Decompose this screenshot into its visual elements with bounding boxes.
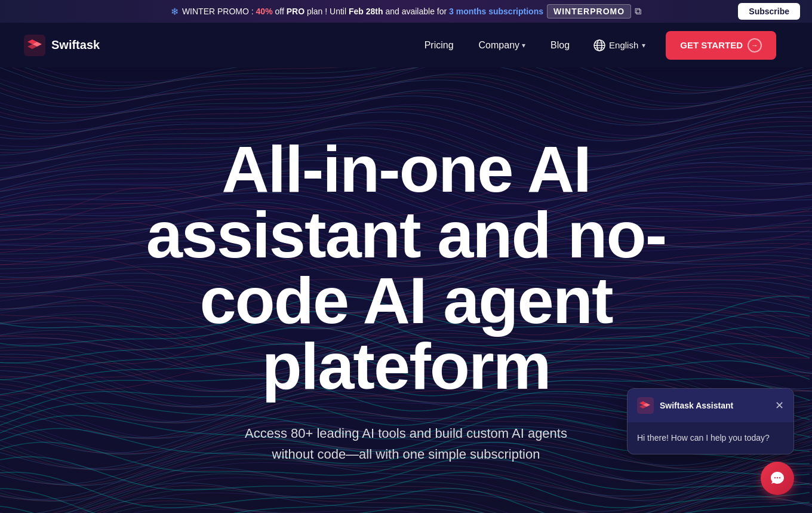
chat-popup: Swiftask Assistant ✕ Hi there! How can I… xyxy=(627,388,794,454)
language-selector[interactable]: English ▾ xyxy=(585,35,654,56)
language-chevron-icon: ▾ xyxy=(642,41,645,50)
copy-icon[interactable]: ⧉ xyxy=(635,6,641,17)
navbar: Swiftask Pricing Company ▾ Blog English … xyxy=(0,23,812,67)
chat-assistant-name: Swiftask Assistant xyxy=(660,401,733,410)
logo-text: Swiftask xyxy=(51,38,100,52)
hero-content: All-in-one AI assistant and no- code AI … xyxy=(146,136,666,465)
chat-widget: Swiftask Assistant ✕ Hi there! How can I… xyxy=(627,388,794,495)
snowflake-icon: ❄ xyxy=(171,6,179,17)
chat-popup-title-area: Swiftask Assistant xyxy=(637,397,733,414)
arrow-circle-icon: → xyxy=(748,38,762,53)
svg-point-8 xyxy=(777,477,778,478)
hero-title: All-in-one AI assistant and no- code AI … xyxy=(146,136,666,399)
announcement-text: WINTER PROMO : 40% off PRO plan ! Until … xyxy=(182,7,543,16)
chat-logo-icon xyxy=(637,397,654,414)
chat-popup-header: Swiftask Assistant ✕ xyxy=(628,389,793,422)
announcement-bar: ❄ WINTER PROMO : 40% off PRO plan ! Unti… xyxy=(0,0,812,23)
company-chevron-icon: ▾ xyxy=(522,41,525,50)
language-label: English xyxy=(609,40,638,50)
chat-bubble-icon xyxy=(770,471,785,486)
chat-fab-button[interactable] xyxy=(761,462,794,495)
svg-point-9 xyxy=(779,477,780,478)
nav-company[interactable]: Company ▾ xyxy=(469,35,535,56)
chat-greeting-message: Hi there! How can I help you today? xyxy=(637,432,784,444)
chat-close-button[interactable]: ✕ xyxy=(775,400,784,411)
nav-links: Pricing Company ▾ Blog English ▾ GET STA… xyxy=(415,31,776,60)
svg-point-7 xyxy=(774,477,776,478)
hero-subtitle: Access 80+ leading AI tools and build cu… xyxy=(227,423,585,465)
subscribe-button[interactable]: Subscribe xyxy=(738,3,800,20)
logo-icon xyxy=(24,35,45,56)
chat-popup-body: Hi there! How can I help you today? xyxy=(628,422,793,454)
get-started-button[interactable]: GET STARTED → xyxy=(666,31,776,60)
globe-icon xyxy=(593,39,605,51)
nav-pricing[interactable]: Pricing xyxy=(415,35,463,56)
promo-code-badge: WINTERPROMO xyxy=(547,4,631,19)
logo-link[interactable]: Swiftask xyxy=(24,35,100,56)
nav-blog[interactable]: Blog xyxy=(541,35,579,56)
